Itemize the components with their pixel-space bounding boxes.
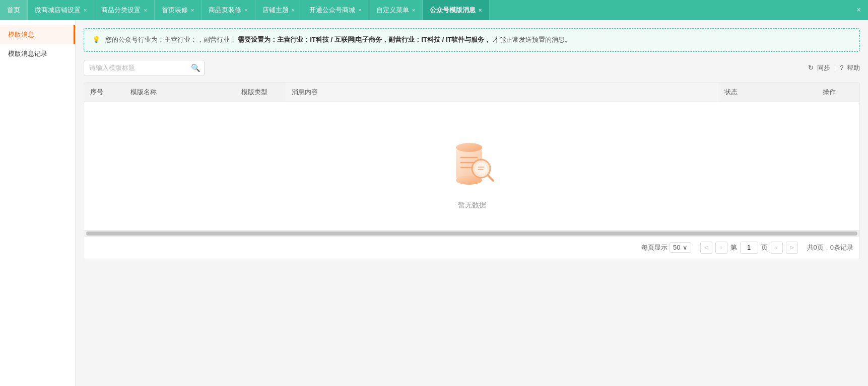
first-page-button[interactable]: ⊲ <box>700 242 712 254</box>
toolbar-divider: | <box>834 64 836 71</box>
col-action: 操作 <box>799 83 859 102</box>
col-status: 状态 <box>718 83 799 102</box>
help-label: 帮助 <box>847 64 860 71</box>
empty-text: 暂无数据 <box>458 201 486 210</box>
data-table: 序号 模版名称 模版类型 消息内容 状态 操作 <box>84 82 860 259</box>
nav-tab-custom-menu[interactable]: 自定义菜单× <box>369 0 423 20</box>
notice-prefix: 您的公众号行业为：主营行业：，副营行业： <box>105 36 236 43</box>
search-input-wrap: 🔍 <box>84 60 205 76</box>
last-page-button[interactable]: ⊳ <box>786 242 798 254</box>
sync-label: 同步 <box>817 64 830 71</box>
notice-banner: 💡 您的公众号行业为：主营行业：，副营行业： 需要设置为：主营行业：IT科技 /… <box>84 28 860 52</box>
nav-tab-product-category[interactable]: 商品分类设置× <box>94 0 154 20</box>
page-size-dropdown[interactable]: 50 ∨ <box>670 242 691 253</box>
col-name: 模版名称 <box>124 83 235 102</box>
nav-tab-label-custom-menu: 自定义菜单 <box>376 6 409 15</box>
empty-state: 暂无数据 <box>84 102 859 230</box>
nav-tab-close-template-msg[interactable]: × <box>479 7 482 13</box>
help-button[interactable]: ? 帮助 <box>840 63 860 72</box>
nav-tab-open-shop[interactable]: 开通公众号商城× <box>302 0 369 20</box>
nav-tab-close-open-shop[interactable]: × <box>358 7 361 13</box>
scrollbar-thumb[interactable] <box>86 231 857 236</box>
sync-button[interactable]: ↻ 同步 <box>808 63 830 72</box>
notice-suffix: 才能正常发送预置的消息。 <box>493 36 571 43</box>
horizontal-scrollbar[interactable] <box>84 230 859 236</box>
close-all-button[interactable]: × <box>849 6 868 15</box>
toolbar-right: ↻ 同步 | ? 帮助 <box>808 63 860 72</box>
nav-tab-template-msg[interactable]: 公众号模版消息× <box>423 0 489 20</box>
svg-line-9 <box>488 175 493 181</box>
nav-tab-label-open-shop: 开通公众号商城 <box>309 6 355 15</box>
nav-tab-label-wechat-shop: 微商城店铺设置 <box>35 6 81 15</box>
page-total: 共0页，0条记录 <box>807 243 853 252</box>
help-icon: ? <box>840 64 843 71</box>
sidebar-item-template-msg[interactable]: 模版消息 <box>0 25 75 44</box>
search-bar: 🔍 ↻ 同步 | ? 帮助 <box>84 60 860 76</box>
col-content: 消息内容 <box>286 83 718 102</box>
nav-tab-label-template-msg: 公众号模版消息 <box>430 6 476 15</box>
nav-tab-close-shop-theme[interactable]: × <box>292 7 295 13</box>
prev-page-button[interactable]: ‹ <box>715 242 727 254</box>
nav-tab-wechat-shop[interactable]: 微商城店铺设置× <box>28 0 94 20</box>
page-size-label: 每页显示 <box>641 243 667 252</box>
page-unit: 页 <box>761 243 768 252</box>
sync-icon: ↻ <box>808 64 814 71</box>
nav-tab-close-custom-menu[interactable]: × <box>412 7 415 13</box>
nav-tab-product-page[interactable]: 商品页装修× <box>202 0 255 20</box>
nav-tab-label-shop-theme: 店铺主题 <box>262 6 289 15</box>
svg-point-2 <box>456 143 482 152</box>
nav-tab-close-homepage-decor[interactable]: × <box>191 7 194 13</box>
col-type: 模版类型 <box>235 83 286 102</box>
top-nav: 首页微商城店铺设置×商品分类设置×首页装修×商品页装修×店铺主题×开通公众号商城… <box>0 0 868 20</box>
page-size-select: 每页显示 50 ∨ <box>641 242 691 253</box>
nav-tab-label-homepage-decor: 首页装修 <box>162 6 188 15</box>
page-size-chevron-icon: ∨ <box>683 244 688 251</box>
page-size-value: 50 <box>673 244 680 251</box>
nav-tab-close-product-category[interactable]: × <box>144 7 147 13</box>
nav-tab-label-product-category: 商品分类设置 <box>101 6 141 15</box>
nav-tab-label-product-page: 商品页装修 <box>209 6 241 15</box>
empty-illustration <box>442 132 502 193</box>
next-page-button[interactable]: › <box>771 242 783 254</box>
nav-tab-homepage-decor[interactable]: 首页装修× <box>155 0 202 20</box>
sidebar: 模版消息模版消息记录 <box>0 20 76 386</box>
nav-tab-close-wechat-shop[interactable]: × <box>84 7 87 13</box>
nav-tab-home[interactable]: 首页 <box>0 0 28 20</box>
nav-tab-label-home: 首页 <box>7 6 20 15</box>
main-layout: 模版消息模版消息记录 💡 您的公众号行业为：主营行业：，副营行业： 需要设置为：… <box>0 20 868 386</box>
pagination: 每页显示 50 ∨ ⊲ ‹ 第 页 › ⊳ 共0页，0条记录 <box>84 236 859 259</box>
search-button[interactable]: 🔍 <box>191 63 201 72</box>
search-input[interactable] <box>84 60 205 76</box>
page-label: 第 <box>730 243 737 252</box>
notice-icon: 💡 <box>92 36 100 43</box>
col-seq: 序号 <box>84 83 124 102</box>
notice-highlight: 需要设置为：主营行业：IT科技 / 互联网|电子商务，副营行业：IT科技 / I… <box>238 36 491 43</box>
svg-point-8 <box>475 163 487 175</box>
sidebar-item-template-record[interactable]: 模版消息记录 <box>0 44 75 63</box>
nav-tab-shop-theme[interactable]: 店铺主题× <box>255 0 302 20</box>
nav-tab-close-product-page[interactable]: × <box>244 7 247 13</box>
main-content: 💡 您的公众号行业为：主营行业：，副营行业： 需要设置为：主营行业：IT科技 /… <box>76 20 868 386</box>
table-header: 序号 模版名称 模版类型 消息内容 状态 操作 <box>84 83 859 102</box>
page-number-input[interactable] <box>740 242 758 254</box>
